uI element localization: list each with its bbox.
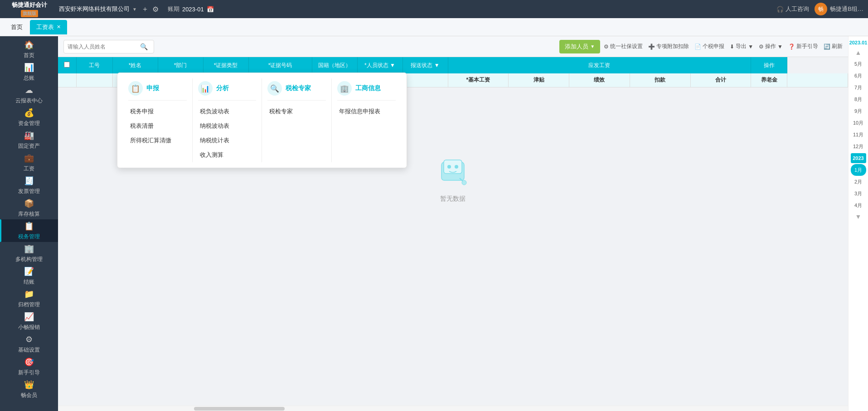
sidebar-item-invoice[interactable]: 🧾 发票管理 — [0, 174, 58, 197]
export-btn[interactable]: ⬇ 导出 ▼ — [730, 43, 753, 50]
operation-icon: ⚙ — [759, 44, 764, 50]
timeline-month-10[interactable]: 10月 — [851, 117, 866, 129]
export-icon: ⬇ — [730, 44, 734, 50]
guide-btn[interactable]: ❓ 新手引导 — [788, 43, 818, 50]
shen-title: 申报 — [146, 84, 159, 92]
toolbar-actions: ⚙ 统一社保设置 ➕ 专项附加扣除 📄 个税申报 ⬇ 导出 ▼ ⚙ — [604, 43, 843, 50]
refresh-btn[interactable]: 🔄 刷新 — [824, 43, 843, 50]
th2-op — [787, 73, 848, 87]
dropdown-item-tax-stats[interactable]: 纳税统计表 — [198, 133, 257, 148]
guide-btn-label: 新手引导 — [796, 43, 818, 50]
analysis-icon: 📊 — [198, 81, 213, 96]
expert-title: 税检专家 — [286, 84, 311, 92]
th2-deduction: 扣款 — [630, 73, 690, 87]
th-cert-num: *证据号码 — [248, 57, 312, 73]
sidebar-item-expense[interactable]: 📈 小畅报销 — [0, 310, 58, 333]
app-edition: 旗舰版 — [21, 10, 38, 17]
expert-icon: 🔍 — [267, 81, 282, 96]
th-id: 工号 — [76, 57, 112, 73]
timeline-month-9[interactable]: 9月 — [851, 105, 866, 117]
dropdown-section-shen: 📋 申报 税务申报 税表清册 所得税汇算清缴 — [123, 78, 193, 162]
sidebar-item-cloud[interactable]: ☁ 云报表中心 — [0, 83, 58, 106]
dropdown-item-income-estimate[interactable]: 收入测算 — [198, 148, 257, 162]
multi-icon: 🏢 — [24, 244, 34, 254]
ledger-icon: 📊 — [24, 63, 34, 73]
service-button[interactable]: 🎧 人工咨询 — [776, 5, 809, 13]
refresh-label: 刷新 — [832, 43, 843, 50]
timeline-month-4[interactable]: 4月 — [851, 199, 866, 211]
chevron-down-icon[interactable]: ▼ — [132, 7, 137, 12]
timeline-month-1[interactable]: 1月 — [851, 164, 866, 176]
sidebar-item-home[interactable]: 🏠 首页 — [0, 38, 58, 61]
th-cert-type: *证据类型 — [203, 57, 248, 73]
close-tab-icon[interactable]: ✕ — [57, 24, 61, 30]
special-deduction-btn[interactable]: ➕ 专项附加扣除 — [648, 43, 689, 50]
dropdown-item-tax-schedule[interactable]: 税表清册 — [128, 119, 187, 133]
operation-arrow-icon: ▼ — [777, 44, 783, 50]
timeline-month-2[interactable]: 2月 — [851, 176, 866, 188]
period-value: 2023-01 — [182, 6, 204, 13]
svg-point-2 — [447, 165, 451, 169]
sidebar-item-payroll[interactable]: 💼 工资 — [0, 151, 58, 174]
social-insurance-icon: ⚙ — [604, 44, 609, 50]
timeline-month-12[interactable]: 12月 — [851, 140, 866, 152]
sidebar-item-inventory[interactable]: 📦 库存核算 — [0, 197, 58, 219]
search-input[interactable] — [68, 44, 140, 50]
timeline-month-8[interactable]: 8月 — [851, 93, 866, 105]
tax-filing-btn[interactable]: 📄 个税申报 — [694, 43, 724, 50]
sidebar-item-finance[interactable]: 💰 资金管理 — [0, 106, 58, 129]
calendar-icon[interactable]: 📅 — [207, 6, 214, 13]
select-all-checkbox[interactable] — [64, 62, 70, 68]
guide-btn-icon: ❓ — [788, 44, 795, 50]
dropdown-header-shen: 📋 申报 — [128, 78, 187, 101]
sidebar-item-guide[interactable]: 🎯 新手引导 — [0, 355, 58, 378]
inventory-icon: 📦 — [24, 198, 34, 208]
settings-icon[interactable]: ⚙ — [152, 5, 159, 14]
company-name: 西安虾米网络科技有限公司 — [59, 5, 130, 13]
search-box[interactable]: 🔍 — [63, 40, 154, 53]
special-deduction-icon: ➕ — [648, 44, 655, 50]
add-person-button[interactable]: 添加人员 ▼ — [559, 40, 600, 53]
add-icon[interactable]: ＋ — [141, 5, 149, 14]
tab-home[interactable]: 首页 — [5, 20, 29, 34]
export-label: 导出 — [736, 43, 747, 50]
dropdown-item-expert[interactable]: 税检专家 — [267, 104, 326, 119]
tab-payroll[interactable]: 工资表 ✕ — [30, 20, 67, 34]
sidebar-item-vip[interactable]: 👑 畅会员 — [0, 378, 58, 401]
sidebar-item-multi[interactable]: 🏢 多机构管理 — [0, 242, 58, 265]
timeline-header: 2023.01 — [849, 38, 868, 47]
dropdown-item-tax-payment-fluctuation[interactable]: 纳税波动表 — [198, 119, 257, 133]
sidebar-item-ledger[interactable]: 📊 总账 — [0, 61, 58, 83]
th2-total: 合计 — [690, 73, 751, 87]
main-layout: 🏠 首页 📊 总账 ☁ 云报表中心 💰 资金管理 🏭 固定资产 💼 工资 🧾 发… — [0, 36, 868, 411]
sidebar-item-archive[interactable]: 📁 归档管理 — [0, 287, 58, 310]
timeline-month-7[interactable]: 7月 — [851, 82, 866, 93]
tab-bar: 首页 工资表 ✕ — [0, 18, 868, 36]
dropdown-item-tax-filing[interactable]: 税务申报 — [128, 104, 187, 119]
refresh-icon: 🔄 — [824, 44, 830, 50]
social-insurance-btn[interactable]: ⚙ 统一社保设置 — [604, 43, 643, 50]
timeline-month-11[interactable]: 11月 — [851, 129, 866, 140]
timeline-up-btn[interactable]: ▲ — [855, 49, 862, 56]
add-person-label: 添加人员 — [565, 43, 588, 51]
dropdown-item-tax-fluctuation[interactable]: 税负波动表 — [198, 104, 257, 119]
sidebar-item-closing[interactable]: 📝 结账 — [0, 265, 58, 287]
checkbox-header[interactable] — [58, 57, 76, 73]
sidebar-item-assets[interactable]: 🏭 固定资产 — [0, 129, 58, 151]
timeline-down-btn[interactable]: ▼ — [855, 213, 862, 220]
th2-base-salary: *基本工资 — [448, 73, 509, 87]
timeline-month-5[interactable]: 5月 — [851, 58, 866, 70]
operation-btn[interactable]: ⚙ 操作 ▼ — [759, 43, 783, 50]
timeline-month-3[interactable]: 3月 — [851, 188, 866, 199]
app-logo: 畅捷通好会计 旗舰版 — [5, 1, 54, 17]
horizontal-scrollbar[interactable] — [58, 406, 848, 411]
user-menu[interactable]: 畅 畅捷通B组… — [815, 3, 863, 15]
sidebar-item-tax[interactable]: 📋 税务管理 — [0, 219, 58, 242]
top-header: 畅捷通好会计 旗舰版 西安虾米网络科技有限公司 ▼ ＋ ⚙ 账期 2023-01… — [0, 0, 868, 18]
timeline-month-6[interactable]: 6月 — [851, 70, 866, 82]
dropdown-item-annual-settlement[interactable]: 所得税汇算清缴 — [128, 133, 187, 148]
tax-icon: 📋 — [24, 221, 34, 231]
company-selector[interactable]: 西安虾米网络科技有限公司 ▼ — [59, 5, 137, 13]
dropdown-item-annual-report[interactable]: 年报信息申报表 — [337, 104, 396, 119]
sidebar-item-settings[interactable]: ⚙ 基础设置 — [0, 333, 58, 355]
